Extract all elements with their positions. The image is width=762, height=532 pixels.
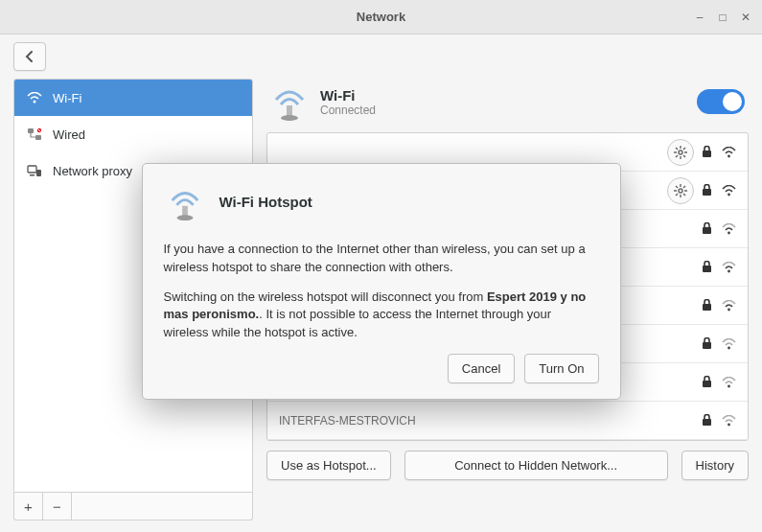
gear-icon xyxy=(674,146,687,159)
maximize-button[interactable]: □ xyxy=(712,7,733,28)
wifi-header-text: Wi-Fi Connected xyxy=(320,87,376,117)
dialog-actions: Cancel Turn On xyxy=(164,354,599,383)
svg-point-8 xyxy=(281,115,298,121)
svg-line-17 xyxy=(676,155,678,157)
lock-icon xyxy=(702,376,712,388)
hotspot-dialog: Wi-Fi Hotspot If you have a connection t… xyxy=(142,163,621,400)
window-title: Network xyxy=(0,10,762,24)
dialog-paragraph: If you have a connection to the Internet… xyxy=(164,241,599,277)
svg-line-16 xyxy=(683,148,685,150)
wired-icon xyxy=(26,126,43,143)
svg-line-28 xyxy=(676,194,678,196)
svg-rect-29 xyxy=(703,189,711,196)
wifi-action-buttons: Use as Hotspot... Connect to Hidden Netw… xyxy=(266,451,749,480)
wifi-status: Connected xyxy=(320,104,376,117)
wifi-icon xyxy=(26,89,43,106)
network-settings-button[interactable] xyxy=(667,139,694,166)
cancel-button[interactable]: Cancel xyxy=(448,354,515,383)
signal-icon xyxy=(722,147,736,158)
signal-icon xyxy=(722,185,736,197)
minimize-button[interactable]: – xyxy=(689,7,710,28)
svg-line-25 xyxy=(676,186,678,188)
dialog-title: Wi-Fi Hotspot xyxy=(219,194,312,210)
svg-point-34 xyxy=(727,269,730,272)
lock-icon xyxy=(702,261,712,273)
dialog-paragraph: Switching on the wireless hotspot will d… xyxy=(164,289,599,343)
svg-rect-6 xyxy=(36,170,41,176)
wifi-toggle[interactable] xyxy=(697,89,745,114)
sidebar-footer: + − xyxy=(13,493,253,520)
svg-point-30 xyxy=(727,193,730,196)
network-settings-button[interactable] xyxy=(667,177,694,204)
lock-icon xyxy=(702,222,712,235)
network-name: INTERFAS-MESTROVICH xyxy=(279,414,694,428)
turn-on-button[interactable]: Turn On xyxy=(524,354,598,383)
svg-rect-1 xyxy=(28,128,34,133)
wifi-header: Wi-Fi Connected xyxy=(266,79,749,123)
svg-point-40 xyxy=(727,384,730,387)
lock-icon xyxy=(702,146,712,158)
titlebar: Network – □ ✕ xyxy=(0,0,762,35)
signal-icon xyxy=(722,415,736,427)
svg-line-26 xyxy=(683,194,685,196)
svg-point-32 xyxy=(727,231,730,234)
svg-line-27 xyxy=(683,186,685,188)
network-row[interactable]: INTERFAS-MESTROVICH xyxy=(267,402,748,440)
svg-point-0 xyxy=(34,101,36,104)
svg-point-44 xyxy=(176,215,193,220)
svg-rect-4 xyxy=(28,166,36,173)
wifi-device-icon xyxy=(164,181,206,223)
dialog-body: If you have a connection to the Internet… xyxy=(164,241,599,342)
sidebar-item-wired[interactable]: Wired xyxy=(14,116,252,152)
chevron-left-icon xyxy=(25,51,35,62)
sidebar-item-label: Wired xyxy=(53,127,85,142)
sidebar-item-wifi[interactable]: Wi-Fi xyxy=(14,80,252,116)
proxy-icon xyxy=(26,162,43,179)
toolbar xyxy=(0,35,762,79)
history-button[interactable]: History xyxy=(681,451,749,480)
close-button[interactable]: ✕ xyxy=(735,7,756,28)
svg-point-36 xyxy=(727,308,730,311)
svg-line-14 xyxy=(676,148,678,150)
svg-rect-18 xyxy=(703,150,711,157)
back-button[interactable] xyxy=(13,42,46,71)
svg-rect-39 xyxy=(703,381,711,387)
svg-point-42 xyxy=(727,423,730,426)
svg-point-9 xyxy=(679,150,682,154)
wifi-device-icon xyxy=(268,81,311,123)
svg-line-15 xyxy=(683,155,685,157)
remove-connection-button[interactable]: − xyxy=(43,493,72,520)
lock-icon xyxy=(702,414,712,427)
signal-icon xyxy=(722,262,736,273)
connect-hidden-button[interactable]: Connect to Hidden Network... xyxy=(404,451,668,480)
lock-icon xyxy=(702,299,712,312)
svg-rect-41 xyxy=(703,419,711,426)
svg-point-19 xyxy=(727,154,730,157)
svg-rect-5 xyxy=(30,174,35,176)
signal-icon xyxy=(722,223,736,235)
add-connection-button[interactable]: + xyxy=(14,493,43,520)
svg-rect-37 xyxy=(703,342,711,349)
svg-rect-31 xyxy=(703,227,711,234)
sidebar-item-label: Wi-Fi xyxy=(53,91,81,105)
use-as-hotspot-button[interactable]: Use as Hotspot... xyxy=(266,451,391,480)
lock-icon xyxy=(702,337,712,350)
wifi-title: Wi-Fi xyxy=(320,87,376,104)
lock-icon xyxy=(702,184,712,197)
signal-icon xyxy=(722,338,736,350)
sidebar-item-label: Network proxy xyxy=(53,164,132,178)
signal-icon xyxy=(722,300,736,312)
gear-icon xyxy=(674,184,687,197)
svg-rect-35 xyxy=(703,304,711,311)
svg-point-20 xyxy=(679,189,682,193)
signal-icon xyxy=(722,377,736,388)
svg-point-38 xyxy=(727,346,730,349)
svg-rect-33 xyxy=(703,266,711,272)
